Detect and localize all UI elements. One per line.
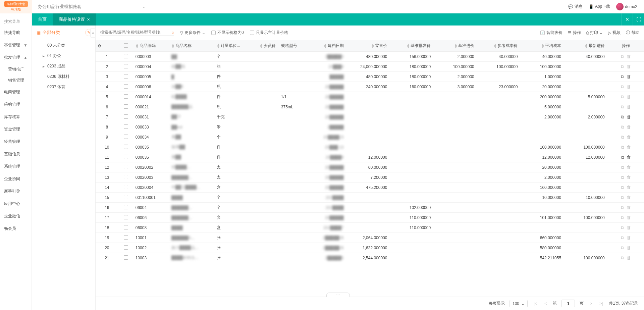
prev-page-button[interactable]: < bbox=[543, 301, 548, 306]
copy-icon[interactable]: ⧉ bbox=[621, 255, 624, 260]
drawer-handle[interactable]: 〰 bbox=[326, 293, 350, 297]
table-row[interactable]: 2110003████析特办...张2█████52,544.000000542… bbox=[96, 253, 644, 263]
sidebar-item[interactable]: 畅会员 bbox=[0, 222, 32, 235]
table-row[interactable]: 2010002扬力████品...张2█████051,632.00000058… bbox=[96, 243, 644, 253]
table-row[interactable]: 1606004██████...个202████102.000000⧉🗑 bbox=[96, 203, 644, 213]
sidebar-item[interactable]: 基础信息 bbox=[0, 148, 32, 160]
copy-icon[interactable]: ⧉ bbox=[621, 235, 624, 240]
row-checkbox[interactable] bbox=[118, 223, 133, 233]
workspace-select[interactable]: 办公用品行业模拟账套 ⌄ bbox=[38, 4, 146, 10]
sidebar-search[interactable]: 搜索菜单 bbox=[0, 17, 32, 27]
delete-icon[interactable]: 🗑 bbox=[627, 215, 631, 220]
search-icon[interactable]: ⌕ bbox=[172, 30, 174, 35]
copy-icon[interactable]: ⧉ bbox=[621, 74, 624, 79]
sort-icon[interactable]: ▲▼ bbox=[260, 43, 263, 49]
category-title[interactable]: 全部分类 bbox=[43, 30, 60, 36]
sidebar-subitem[interactable]: 销售管理 bbox=[0, 75, 32, 86]
table-row[interactable]: 1806008████盒202████7110.000000⧉🗑 bbox=[96, 223, 644, 233]
delete-icon[interactable]: 🗑 bbox=[627, 54, 631, 59]
sort-icon[interactable]: ▲▼ bbox=[324, 43, 327, 49]
sort-icon[interactable]: ▲▼ bbox=[407, 43, 410, 49]
delete-icon[interactable]: 🗑 bbox=[627, 84, 631, 89]
col-code[interactable]: ▲▼商品编码 bbox=[133, 40, 169, 52]
row-checkbox[interactable] bbox=[118, 203, 133, 213]
row-checkbox[interactable] bbox=[118, 172, 133, 183]
sidebar-item[interactable]: 系统管理 bbox=[0, 160, 32, 173]
delete-icon[interactable]: 🗑 bbox=[627, 124, 631, 130]
table-row[interactable]: 1400020004中██宝████...盒20█████475.2000001… bbox=[96, 183, 644, 193]
copy-icon[interactable]: ⧉ bbox=[621, 215, 624, 220]
page-input[interactable] bbox=[561, 300, 575, 307]
sort-icon[interactable]: ▲▼ bbox=[171, 43, 175, 49]
last-page-button[interactable]: >| bbox=[598, 301, 604, 306]
category-item[interactable]: 0207 体育 bbox=[37, 82, 95, 92]
sidebar-item[interactable]: 快捷导航 bbox=[0, 27, 32, 39]
copy-icon[interactable]: ⧉ bbox=[621, 205, 624, 210]
table-row[interactable]: 10000003██个2█████0480.000000156.0000002.… bbox=[96, 52, 644, 62]
messages-button[interactable]: 💬 消息 bbox=[568, 4, 583, 9]
copy-icon[interactable]: ⧉ bbox=[621, 124, 624, 130]
row-checkbox[interactable] bbox=[118, 253, 133, 263]
delete-icon[interactable]: 🗑 bbox=[627, 135, 631, 140]
copy-icon[interactable]: ⧉ bbox=[621, 155, 624, 160]
copy-icon[interactable]: ⧉ bbox=[621, 165, 624, 170]
col-purchase[interactable]: ▲▼基准进价 bbox=[434, 40, 478, 52]
col-unit[interactable]: ▲▼计量单位... bbox=[215, 40, 249, 52]
table-row[interactable]: 8000033██est米2█████⧉🗑 bbox=[96, 122, 644, 132]
delete-icon[interactable]: 🗑 bbox=[627, 155, 631, 160]
delete-icon[interactable]: 🗑 bbox=[627, 165, 631, 170]
table-row[interactable]: 9000034奥██个20████23⧉🗑 bbox=[96, 132, 644, 142]
table-row[interactable]: 30000005█件█████480.000000180.0000002.000… bbox=[96, 72, 644, 82]
tab-close-all[interactable]: ✕ bbox=[621, 13, 633, 25]
copy-icon[interactable]: ⧉ bbox=[621, 135, 624, 140]
delete-icon[interactable]: 🗑 bbox=[627, 185, 631, 190]
sidebar-item[interactable]: 库存核算 bbox=[0, 111, 32, 123]
table-row[interactable]: 1910001██████A...张2█████052,064.00000066… bbox=[96, 233, 644, 243]
hide-zero-checkbox[interactable]: 不显示价格为0 bbox=[211, 30, 244, 36]
delete-icon[interactable]: 🗑 bbox=[627, 195, 631, 200]
copy-icon[interactable]: ⧉ bbox=[621, 245, 624, 250]
sort-icon[interactable]: ▲▼ bbox=[541, 43, 544, 49]
table-row[interactable]: 15001100001████个202████10.00000010.00000… bbox=[96, 193, 644, 203]
col-date[interactable]: ▲▼建档日期 bbox=[311, 40, 347, 52]
sidebar-item[interactable]: 新手引导 bbox=[0, 185, 32, 198]
delete-icon[interactable]: 🗑 bbox=[627, 245, 631, 250]
col-name[interactable]: ▲▼商品名称 bbox=[169, 40, 215, 52]
collapse-panel-button[interactable]: « bbox=[90, 28, 96, 38]
copy-icon[interactable]: ⧉ bbox=[621, 185, 624, 190]
delete-icon[interactable]: 🗑 bbox=[627, 114, 631, 119]
sort-icon[interactable]: ▲▼ bbox=[136, 43, 139, 49]
table-row[interactable]: 1706006██████...套20█████110.000000101.00… bbox=[96, 213, 644, 223]
sort-icon[interactable]: ▲▼ bbox=[494, 43, 497, 49]
row-checkbox[interactable] bbox=[118, 243, 133, 253]
smart-price-toggle[interactable]: ✓ 智能改价 bbox=[540, 30, 562, 36]
delete-icon[interactable]: 🗑 bbox=[627, 225, 631, 230]
category-item[interactable]: 00 未分类 bbox=[37, 40, 95, 51]
delete-icon[interactable]: 🗑 bbox=[627, 255, 631, 260]
copy-icon[interactable]: ⧉ bbox=[621, 84, 624, 89]
row-checkbox[interactable] bbox=[118, 213, 133, 223]
sidebar-item[interactable]: 批发管理▲ bbox=[0, 51, 32, 64]
copy-icon[interactable]: ⧉ bbox=[621, 145, 624, 150]
close-icon[interactable]: ✕ bbox=[87, 17, 90, 22]
row-checkbox[interactable] bbox=[118, 152, 133, 162]
ops-menu[interactable]: ☰ 操作 bbox=[568, 30, 581, 36]
table-row[interactable]: 20000004收██纸箱20███824,000.000000180.0000… bbox=[96, 62, 644, 72]
help-button[interactable]: ⓘ 帮助 bbox=[626, 30, 639, 36]
copy-icon[interactable]: ⧉ bbox=[621, 225, 624, 230]
tab[interactable]: 首页 bbox=[32, 13, 53, 25]
row-checkbox[interactable] bbox=[118, 52, 133, 62]
only-unit-checkbox[interactable]: 只显示主计量价格 bbox=[250, 30, 288, 36]
copy-icon[interactable]: ⧉ bbox=[621, 64, 624, 69]
row-checkbox[interactable] bbox=[118, 112, 133, 122]
sidebar-item[interactable]: 企业协同 bbox=[0, 173, 32, 185]
next-page-button[interactable]: > bbox=[588, 301, 593, 306]
table-row[interactable]: 11000036测██件20████812.00000012.00000012.… bbox=[96, 152, 644, 162]
delete-icon[interactable]: 🗑 bbox=[627, 74, 631, 79]
table-row[interactable]: 50000014杜████件1/120█████200.0000005.0000… bbox=[96, 92, 644, 102]
copy-icon[interactable]: ⧉ bbox=[621, 175, 624, 180]
table-scroll[interactable]: ⚙▲▼商品编码▲▼商品名称▲▼计量单位...▲▼会员价规格型号▲▼建档日期▲▼零… bbox=[96, 40, 644, 297]
col-latest[interactable]: ▲▼最新进价 bbox=[565, 40, 608, 52]
row-checkbox[interactable] bbox=[118, 233, 133, 243]
copy-icon[interactable]: ⧉ bbox=[621, 54, 624, 59]
